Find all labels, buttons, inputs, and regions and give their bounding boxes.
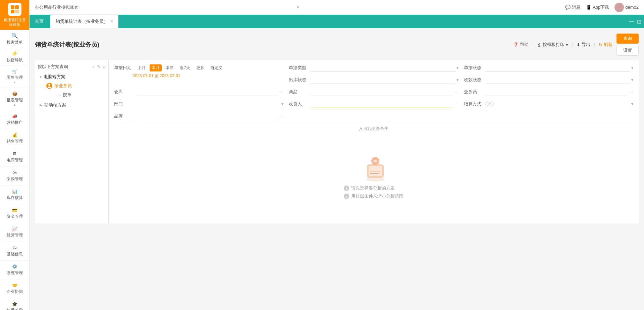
collapse-btn[interactable]: ⋀ 收起更多条件 xyxy=(359,126,388,132)
svg-point-6 xyxy=(48,84,50,86)
empty-illustration xyxy=(360,154,387,181)
scheme-by-staff-item[interactable]: 按业务员 xyxy=(44,81,106,91)
filter-grid: 单据日期 上月 本月 本年 近7天 更多 自定义 xyxy=(114,64,633,120)
tab-restore-btn[interactable]: ⊡ xyxy=(637,18,641,25)
scheme-pc-item[interactable]: ▾ 电脑端方案 xyxy=(38,72,106,81)
scheme-pc-arrow: ▾ xyxy=(40,75,42,79)
receiver-dots[interactable]: ··· xyxy=(454,101,458,107)
scheme-collapse-icon[interactable]: « xyxy=(103,64,106,69)
sidebar-item-newbie[interactable]: 🎓 新手引导 xyxy=(0,298,29,310)
page-actions: ❓ 帮助 🖨 按模板打印 ▾ ⬇ 导出 ↻ 刷新 xyxy=(513,34,639,56)
svg-point-8 xyxy=(366,177,385,182)
filter-goods-row: 商品 ··· xyxy=(289,88,458,96)
dept-input[interactable] xyxy=(136,100,280,108)
order-type-input[interactable] xyxy=(310,64,455,72)
message-btn[interactable]: 💬 消息 xyxy=(565,4,581,10)
receiver-input[interactable] xyxy=(310,100,452,108)
nav-icon: ⚡ xyxy=(11,50,18,57)
filter-order-type-row: 单据类型 ▾ xyxy=(289,64,458,72)
sidebar-item-sales[interactable]: 💰 销售管理 xyxy=(0,129,29,148)
warehouse-input[interactable] xyxy=(136,88,278,96)
goods-input[interactable] xyxy=(310,88,452,96)
query-button[interactable]: 查询 xyxy=(616,34,639,44)
collapse-row: ⋀ 收起更多条件 xyxy=(114,123,633,134)
sidebar-item-retail[interactable]: 🛒 零售管理 ▾ xyxy=(0,65,29,88)
filter-brand-row: 品牌 ··· xyxy=(114,112,283,120)
refresh-btn[interactable]: ↻ 刷新 xyxy=(599,42,612,48)
order-status-arrow[interactable]: ▾ xyxy=(631,65,633,70)
sidebar-item-basic[interactable]: 🗂 基础信息 xyxy=(0,242,29,261)
scheme-mobile-item[interactable]: ▶ 移动端方案 xyxy=(38,101,106,109)
date-tab-more[interactable]: 更多 xyxy=(194,64,206,71)
brand-input[interactable] xyxy=(136,112,278,120)
salesperson-dots[interactable]: ··· xyxy=(629,89,633,95)
main-panel: 按以下方案查询 + ✎ « ▾ 电脑端方案 xyxy=(35,60,639,223)
settle-arrow[interactable]: ▾ xyxy=(631,102,633,106)
brand-dots[interactable]: ··· xyxy=(279,113,283,119)
sidebar-item-wholesale[interactable]: 📦 批发管理 ▲ xyxy=(0,88,29,110)
receipt-status-arrow[interactable]: ▾ xyxy=(631,78,633,82)
scheme-sub-list: 按业务员 ≡ 按单 xyxy=(38,81,106,99)
sidebar-item-purchase[interactable]: 🛍 采购管理 xyxy=(0,167,29,186)
date-tab-lastmonth[interactable]: 上月 xyxy=(136,64,148,71)
goods-dots[interactable]: ··· xyxy=(454,89,458,95)
logo-text: 畅捷通好生意 标账版 xyxy=(1,17,28,27)
settle-tag-close[interactable]: × xyxy=(488,102,491,106)
sidebar-menu: 🛒 零售管理 ▾ 📦 批发管理 ▲ 📣 营销推广 💰 销售管理 🖥 电商管理 🛍… xyxy=(0,65,29,310)
scheme-edit-icon[interactable]: ✎ xyxy=(97,64,101,69)
warehouse-dots[interactable]: ··· xyxy=(279,89,283,95)
divider2 xyxy=(572,42,573,47)
tip-text-1: 请先选择要分析的方案 xyxy=(351,185,395,191)
warehouse-label: 仓库 xyxy=(114,89,133,95)
receipt-status-input[interactable] xyxy=(485,76,630,84)
sidebar-item-finance[interactable]: 💳 资金管理 xyxy=(0,204,29,223)
out-status-input[interactable] xyxy=(310,76,455,84)
set-button[interactable]: 设置 xyxy=(616,45,639,56)
user-area[interactable]: demo2 xyxy=(614,3,639,12)
scheme-mobile-arrow: ▶ xyxy=(40,103,42,107)
out-status-arrow[interactable]: ▾ xyxy=(457,78,459,82)
dept-arrow[interactable]: ▾ xyxy=(281,102,283,106)
logo-icon xyxy=(8,3,21,16)
collapse-label: 收起更多条件 xyxy=(364,126,388,132)
tab-actions: — ⊡ xyxy=(629,18,644,25)
ecom-icon: 🖥 xyxy=(12,151,17,156)
page-header: 销货单统计表(按业务员) ❓ 帮助 🖨 按模板打印 ▾ ⬇ 导出 xyxy=(35,34,639,56)
tab-active[interactable]: 销货单统计表（按业务员） × xyxy=(50,15,118,28)
sidebar-item-system[interactable]: ⚙️ 系统管理 xyxy=(0,261,29,279)
scheme-by-order-label: 按单 xyxy=(63,92,71,98)
tab-close-btn[interactable]: × xyxy=(111,19,113,24)
date-tab-custom[interactable]: 自定义 xyxy=(208,64,224,71)
tab-home[interactable]: 首页 xyxy=(30,15,49,28)
logo-area[interactable]: 畅捷通好生意 标账版 xyxy=(0,0,29,30)
sidebar-item-inventory[interactable]: 📊 库存核算 xyxy=(0,186,29,204)
tab-minimize-btn[interactable]: — xyxy=(629,18,634,24)
app-download-btn[interactable]: 📱 App下载 xyxy=(586,4,609,10)
scheme-panel: 按以下方案查询 + ✎ « ▾ 电脑端方案 xyxy=(35,60,109,223)
salesperson-input[interactable] xyxy=(485,88,628,96)
out-status-label: 出库状态 xyxy=(289,77,308,83)
search-label: 搜索菜单 xyxy=(7,40,23,45)
date-tab-thisyear[interactable]: 本年 xyxy=(164,64,176,71)
export-btn[interactable]: ⬇ 导出 xyxy=(577,42,590,48)
inventory-icon: 📊 xyxy=(12,189,17,194)
sidebar-item-ecom[interactable]: 🖥 电商管理 xyxy=(0,148,29,167)
dept-control: ▾ xyxy=(136,100,283,108)
print-btn[interactable]: 🖨 按模板打印 ▾ xyxy=(537,42,568,48)
scheme-add-icon[interactable]: + xyxy=(92,64,95,69)
sidebar-item-corp[interactable]: 🤝 企业协同 xyxy=(0,279,29,298)
settle-input[interactable] xyxy=(495,100,630,108)
date-tab-7days[interactable]: 近7天 xyxy=(178,64,192,71)
order-status-input[interactable] xyxy=(485,64,630,72)
quick-nav-area[interactable]: ⚡ 快捷导航 xyxy=(0,48,29,65)
order-type-arrow[interactable]: ▾ xyxy=(457,65,459,70)
help-btn[interactable]: ❓ 帮助 xyxy=(513,42,529,48)
receiver-control: ··· xyxy=(310,100,458,108)
scheme-by-order-item[interactable]: ≡ 按单 xyxy=(56,91,106,99)
scheme-child-list: ≡ 按单 xyxy=(44,91,106,99)
sidebar-item-operation[interactable]: 📈 经营管理 xyxy=(0,223,29,242)
sidebar-search-area[interactable]: 🔍 搜索菜单 xyxy=(0,30,29,48)
date-tab-thismonth[interactable]: 本月 xyxy=(150,64,162,71)
topbar-dropdown-icon[interactable]: ▾ xyxy=(297,5,299,10)
sidebar-item-marketing[interactable]: 📣 营销推广 xyxy=(0,110,29,129)
